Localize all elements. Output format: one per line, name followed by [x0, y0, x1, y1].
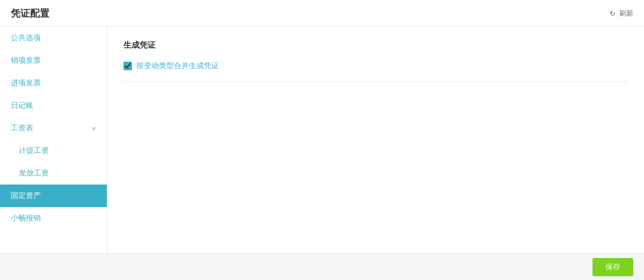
- refresh-button[interactable]: ↻ 刷新: [610, 9, 633, 18]
- sidebar-item-journal[interactable]: 日记账: [0, 94, 107, 117]
- chevron-down-icon: ∨: [92, 125, 96, 132]
- sidebar: 公共选项销项发票进项发票日记账工资表∨计提工资发放工资固定资产小畅报销: [0, 27, 107, 253]
- section-divider: [123, 82, 628, 82]
- sidebar-item-sales-invoice[interactable]: 销项发票: [0, 49, 107, 72]
- sidebar-label-pay-salary: 发放工资: [19, 168, 49, 178]
- merge-by-type-label[interactable]: 按变动类型合并生成凭证: [136, 61, 219, 71]
- sidebar-label-journal: 日记账: [11, 101, 33, 110]
- checkbox-row: 按变动类型合并生成凭证: [123, 61, 628, 71]
- sidebar-label-sales-invoice: 销项发票: [11, 56, 41, 65]
- main-content: 公共选项销项发票进项发票日记账工资表∨计提工资发放工资固定资产小畅报销 生成凭证…: [0, 27, 644, 253]
- page-header: 凭证配置 ↻ 刷新: [0, 0, 644, 27]
- sidebar-label-calc-salary: 计提工资: [19, 146, 49, 156]
- sidebar-label-fixed-assets: 固定资产: [11, 191, 41, 201]
- refresh-icon: ↻: [610, 10, 617, 17]
- sidebar-item-expense-report[interactable]: 小畅报销: [0, 207, 107, 230]
- refresh-label: 刷新: [619, 9, 633, 18]
- sidebar-label-purchase-invoice: 进项发票: [11, 78, 41, 88]
- sidebar-item-fixed-assets[interactable]: 固定资产: [0, 185, 107, 207]
- page-wrapper: 凭证配置 ↻ 刷新 公共选项销项发票进项发票日记账工资表∨计提工资发放工资固定资…: [0, 0, 644, 280]
- sidebar-label-payroll-sheet: 工资表: [11, 123, 33, 133]
- section-title: 生成凭证: [123, 40, 628, 50]
- page-footer: 保存: [0, 253, 644, 280]
- sidebar-item-purchase-invoice[interactable]: 进项发票: [0, 72, 107, 94]
- sidebar-item-public-options[interactable]: 公共选项: [0, 27, 107, 49]
- merge-by-type-checkbox[interactable]: [123, 62, 132, 70]
- page-title: 凭证配置: [11, 7, 49, 20]
- sidebar-label-public-options: 公共选项: [11, 33, 41, 43]
- sidebar-item-payroll-sheet[interactable]: 工资表∨: [0, 117, 107, 139]
- sidebar-label-expense-report: 小畅报销: [11, 213, 41, 223]
- sidebar-item-pay-salary[interactable]: 发放工资: [0, 162, 107, 185]
- save-button[interactable]: 保存: [592, 258, 633, 276]
- sidebar-item-calc-salary[interactable]: 计提工资: [0, 139, 107, 162]
- content-area: 生成凭证 按变动类型合并生成凭证: [107, 27, 644, 253]
